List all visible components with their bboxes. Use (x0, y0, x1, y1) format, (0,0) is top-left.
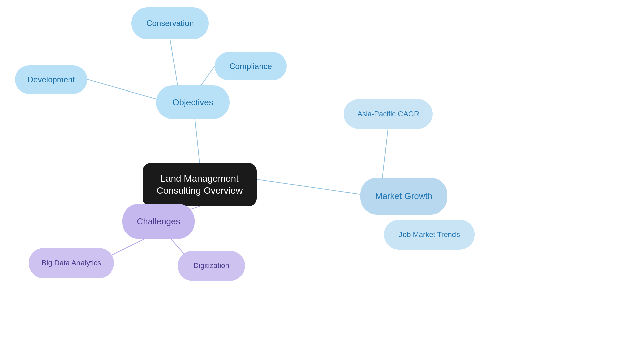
asia-pacific-node[interactable]: Asia-Pacific CAGR (344, 99, 433, 129)
big-data-node[interactable]: Big Data Analytics (29, 248, 114, 278)
challenges-node[interactable]: Challenges (122, 204, 195, 239)
svg-line-2 (87, 79, 156, 99)
market-growth-node[interactable]: Market Growth (360, 178, 447, 215)
digitization-node[interactable]: Digitization (178, 251, 245, 281)
conservation-node[interactable]: Conservation (131, 7, 209, 39)
compliance-node[interactable]: Compliance (215, 52, 287, 80)
development-node[interactable]: Development (15, 65, 87, 94)
svg-line-4 (257, 179, 360, 194)
objectives-node[interactable]: Objectives (156, 85, 230, 119)
job-market-node[interactable]: Job Market Trends (384, 220, 475, 250)
svg-line-5 (382, 129, 388, 178)
center-node[interactable]: Land Management Consulting Overview (143, 163, 257, 206)
svg-line-1 (170, 39, 178, 85)
